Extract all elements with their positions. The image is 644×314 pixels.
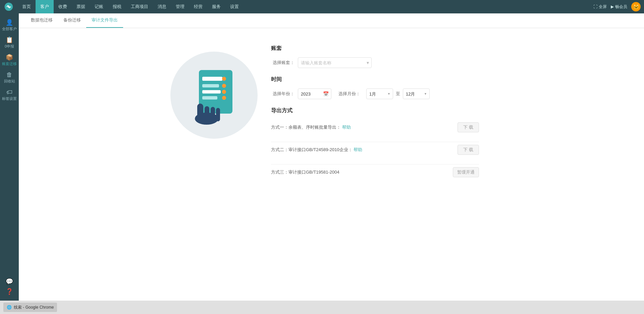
- svg-point-9: [222, 90, 226, 94]
- recycle-icon: 🗑: [6, 72, 12, 78]
- zero-declare-icon: 📋: [6, 37, 13, 43]
- svg-rect-4: [202, 84, 219, 87]
- export-method-2: 方式二：审计接口GB/T24589-2010企业： 帮助 下 载: [271, 142, 479, 158]
- vip-icon: ▶: [611, 4, 614, 9]
- nav-fee[interactable]: 收费: [54, 0, 72, 13]
- content-area: 数据包迁移 备份迁移 审计文件导出: [19, 13, 644, 301]
- svg-point-10: [222, 96, 226, 100]
- logo[interactable]: [3, 1, 14, 12]
- help-icon[interactable]: ❓: [6, 288, 13, 295]
- svg-rect-15: [216, 108, 220, 121]
- svg-rect-5: [202, 90, 221, 93]
- nav-tax[interactable]: 报税: [108, 0, 126, 13]
- tab-backup-migration[interactable]: 备份迁移: [58, 13, 86, 28]
- nav-menu: 首页 客户 收费 票据 记账 报税 工商项目 消息 管理 经营 服务 设置: [17, 0, 593, 13]
- nav-home[interactable]: 首页: [17, 0, 36, 13]
- tag-settings-icon: 🏷: [6, 89, 12, 95]
- calendar-icon: 📅: [323, 91, 329, 97]
- sidebar-item-account-migrate[interactable]: 📦 账套迁移: [0, 52, 19, 69]
- account-form-row: 选择账套： ▾: [271, 57, 479, 68]
- nav-service[interactable]: 服务: [207, 0, 225, 13]
- all-clients-label: 全部客户: [2, 26, 17, 32]
- export-method-2-text: 方式二：审计接口GB/T24589-2010企业： 帮助: [271, 147, 458, 153]
- fullscreen-icon: ⛶: [593, 4, 597, 9]
- time-section: 时间 选择年份： 📅 选择月份： 1月2月3月: [271, 76, 479, 99]
- main-layout: 👤 全部客户 📋 0申报 📦 账套迁移 🗑 回收站 🏷 标签设置 💬 ❓ 数据包…: [0, 13, 644, 301]
- export-method-1-label: 方式一：余额表、序时账批量导出：: [271, 125, 341, 130]
- export-section: 导出方式 方式一：余额表、序时账批量导出： 帮助 下 载 方式二：审计接口GB/…: [271, 107, 479, 180]
- nav-settings[interactable]: 设置: [225, 0, 244, 13]
- nav-right-actions: ⛶ 全屏 ▶ 畅会员 🐱: [593, 2, 641, 11]
- vip-button[interactable]: ▶ 畅会员: [611, 4, 627, 10]
- export-section-title: 导出方式: [271, 107, 479, 114]
- nav-client[interactable]: 客户: [36, 0, 54, 13]
- chrome-icon: 🌐: [7, 305, 12, 310]
- time-separator: 至: [396, 91, 400, 97]
- export-method-2-btn[interactable]: 下 载: [458, 145, 479, 155]
- sidebar-item-tag-settings[interactable]: 🏷 标签设置: [0, 86, 19, 104]
- svg-rect-14: [211, 107, 215, 121]
- form-area: 账套 选择账套： ▾ 时间 选择年份：: [258, 38, 492, 195]
- svg-point-8: [222, 84, 226, 88]
- fullscreen-button[interactable]: ⛶ 全屏: [593, 4, 607, 10]
- chat-icon[interactable]: 💬: [6, 278, 13, 285]
- recycle-label: 回收站: [4, 79, 15, 84]
- fullscreen-label: 全屏: [599, 4, 607, 10]
- nav-manage[interactable]: 管理: [171, 0, 189, 13]
- account-select-wrap: ▾: [298, 57, 372, 68]
- time-section-title: 时间: [271, 76, 479, 83]
- month-end-select[interactable]: 1月2月3月 4月5月6月 7月8月9月 10月11月12月: [403, 88, 430, 99]
- dropdown-icon: ▾: [367, 60, 369, 65]
- year-label: 选择年份：: [271, 91, 294, 97]
- illustration-wrap: [170, 52, 258, 139]
- left-sidebar: 👤 全部客户 📋 0申报 📦 账套迁移 🗑 回收站 🏷 标签设置 💬 ❓: [0, 13, 19, 301]
- month-label: 选择月份：: [337, 91, 360, 97]
- sidebar-item-recycle[interactable]: 🗑 回收站: [0, 69, 19, 86]
- top-navigation: 首页 客户 收费 票据 记账 报税 工商项目 消息 管理 经营 服务 设置 ⛶ …: [0, 0, 644, 13]
- export-method-3-text: 方式三：审计接口GB/T19581-2004: [271, 169, 453, 175]
- svg-rect-3: [202, 77, 222, 81]
- nav-bookkeep[interactable]: 记账: [90, 0, 108, 13]
- sidebar-item-all-clients[interactable]: 👤 全部客户: [0, 17, 19, 34]
- svg-rect-6: [202, 96, 217, 100]
- month-end-select-wrap: 1月2月3月 4月5月6月 7月8月9月 10月11月12月: [403, 88, 430, 99]
- account-section-title: 账套: [271, 45, 479, 52]
- export-method-2-help[interactable]: 帮助: [354, 147, 362, 152]
- taskbar: 🌐 线索 - Google Chrome: [0, 301, 644, 314]
- export-method-1-help[interactable]: 帮助: [342, 125, 351, 130]
- vip-label: 畅会员: [615, 4, 627, 10]
- account-migrate-icon: 📦: [6, 54, 13, 60]
- month-start-select-wrap: 1月2月3月 4月5月6月 7月8月9月 10月11月12月: [366, 88, 393, 99]
- svg-point-1: [8, 6, 9, 7]
- account-input[interactable]: [298, 57, 372, 68]
- tab-audit-export[interactable]: 审计文件导出: [86, 13, 123, 28]
- month-start-select[interactable]: 1月2月3月 4月5月6月 7月8月9月 10月11月12月: [366, 88, 393, 99]
- sidebar-item-zero-declare[interactable]: 📋 0申报: [0, 34, 19, 52]
- export-method-2-label: 方式二：审计接口GB/T24589-2010企业：: [271, 147, 353, 152]
- nav-message[interactable]: 消息: [153, 0, 171, 13]
- tabs-bar: 数据包迁移 备份迁移 审计文件导出: [19, 13, 644, 28]
- tab-data-migration[interactable]: 数据包迁移: [25, 13, 58, 28]
- export-method-1-btn[interactable]: 下 载: [458, 122, 479, 132]
- avatar[interactable]: 🐱: [631, 2, 641, 11]
- taskbar-chrome-label: 线索 - Google Chrome: [14, 305, 54, 310]
- nav-business[interactable]: 工商项目: [126, 0, 153, 13]
- svg-rect-13: [205, 106, 209, 121]
- time-form-row: 选择年份： 📅 选择月份： 1月2月3月 4月5月6月: [271, 88, 479, 99]
- sidebar-bottom: 💬 ❓: [6, 278, 13, 301]
- page-content: 账套 选择账套： ▾ 时间 选择年份：: [19, 28, 644, 301]
- illustration-circle: [170, 52, 258, 139]
- taskbar-chrome[interactable]: 🌐 线索 - Google Chrome: [3, 303, 57, 312]
- zero-declare-label: 0申报: [5, 44, 14, 49]
- export-method-1: 方式一：余额表、序时账批量导出： 帮助 下 载: [271, 120, 479, 135]
- all-clients-icon: 👤: [6, 19, 13, 25]
- nav-operate[interactable]: 经营: [189, 0, 207, 13]
- svg-rect-12: [197, 104, 203, 122]
- nav-invoice[interactable]: 票据: [72, 0, 90, 13]
- export-method-3-btn[interactable]: 暂缓开通: [453, 167, 479, 177]
- export-method-3: 方式三：审计接口GB/T19581-2004 暂缓开通: [271, 165, 479, 180]
- svg-point-7: [222, 77, 226, 81]
- account-section: 账套 选择账套： ▾: [271, 45, 479, 68]
- year-input-wrap: 📅: [298, 88, 331, 99]
- tag-settings-label: 标签设置: [2, 96, 17, 101]
